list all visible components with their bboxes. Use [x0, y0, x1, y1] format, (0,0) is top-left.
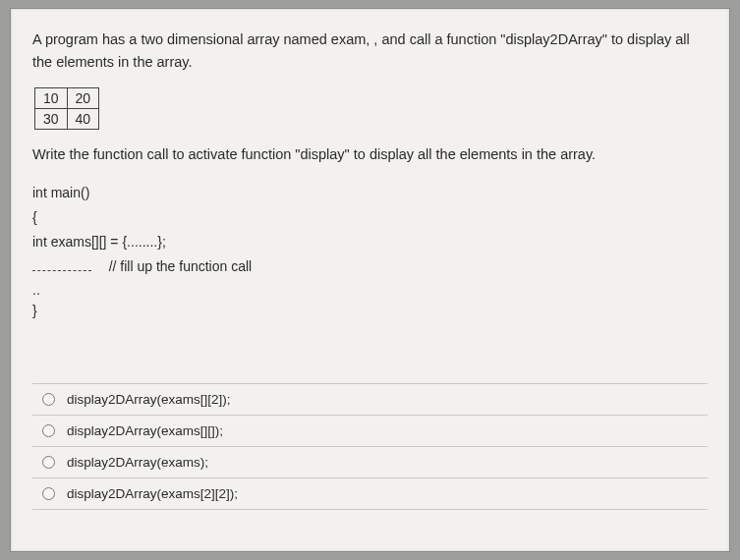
- code-line: {: [32, 205, 708, 230]
- option-row[interactable]: display2DArray(exams[2][2]);: [32, 477, 708, 510]
- table-row: 30 40: [35, 109, 99, 130]
- question-intro: A program has a two dimensional array na…: [32, 28, 708, 74]
- table-cell: 40: [67, 109, 99, 130]
- code-line: // fill up the function call: [32, 254, 708, 279]
- option-label: display2DArray(exams[][]);: [67, 423, 223, 438]
- code-line: int exams[][] = {........};: [32, 230, 708, 254]
- options-group: display2DArray(exams[][2]); display2DArr…: [32, 383, 708, 510]
- option-label: display2DArray(exams);: [67, 455, 208, 470]
- code-line: int main(): [32, 181, 708, 205]
- code-line: }: [32, 299, 708, 323]
- code-comment: // fill up the function call: [109, 258, 253, 274]
- question-card: A program has a two dimensional array na…: [10, 8, 730, 552]
- option-label: display2DArray(exams[2][2]);: [67, 486, 238, 501]
- code-block: int main() { int exams[][] = {........};…: [32, 181, 708, 324]
- table-cell: 30: [35, 109, 68, 130]
- table-row: 10 20: [35, 88, 99, 109]
- array-table: 10 20 30 40: [34, 87, 99, 130]
- table-cell: 20: [67, 88, 99, 109]
- option-row[interactable]: display2DArray(exams[][2]);: [32, 383, 708, 415]
- fill-blank[interactable]: [32, 257, 91, 271]
- option-label: display2DArray(exams[][2]);: [67, 392, 231, 407]
- option-row[interactable]: display2DArray(exams);: [32, 446, 708, 477]
- radio-icon[interactable]: [42, 487, 55, 500]
- question-instruction: Write the function call to activate func…: [32, 143, 708, 166]
- radio-icon[interactable]: [42, 456, 55, 469]
- option-row[interactable]: display2DArray(exams[][]);: [32, 415, 708, 446]
- radio-icon[interactable]: [42, 393, 55, 406]
- code-ellipsis: ..: [32, 283, 708, 297]
- table-cell: 10: [35, 88, 68, 109]
- radio-icon[interactable]: [42, 424, 55, 437]
